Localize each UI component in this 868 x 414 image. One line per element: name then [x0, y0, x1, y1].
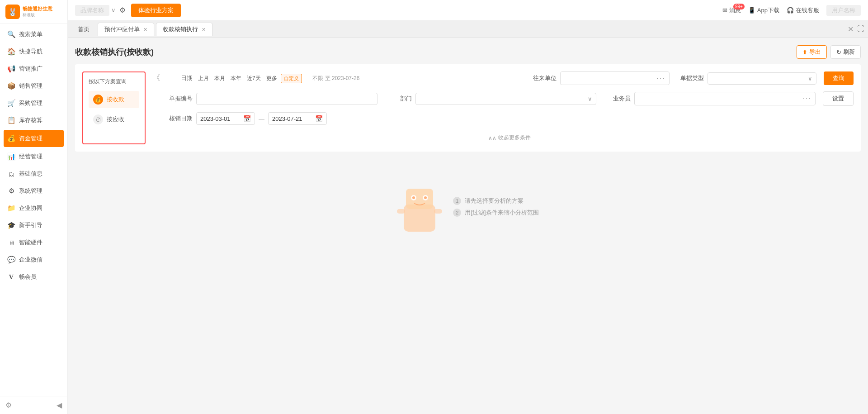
page-actions: ⬆ 导出 ↻ 刷新 [797, 45, 861, 59]
sidebar-item-collab[interactable]: 📁 企业协同 [0, 200, 67, 217]
filter-row-3: 核销日期 2023-03-01 📅 — 2023-07-21 📅 [165, 112, 854, 125]
collapse-more-btn[interactable]: ∧∧ 收起更多条件 [165, 131, 854, 144]
content-area: 收款核销执行(按收款) ⬆ 导出 ↻ 刷新 按以下方案查询 💰 按收款 [68, 38, 868, 414]
sidebar-item-search[interactable]: 🔍 搜索菜单 [0, 26, 67, 43]
tabbar-actions: ✕ ⛶ [848, 25, 864, 33]
verify-date-filter-item: 核销日期 2023-03-01 📅 — 2023-07-21 📅 [165, 112, 854, 125]
collapse-sidebar-icon[interactable]: ◀ [57, 401, 62, 409]
sidebar-item-quicknav[interactable]: 🏠 快捷导航 [0, 43, 67, 60]
sidebar-item-system[interactable]: ⚙ 系统管理 [0, 182, 67, 200]
tab-close-prepay[interactable]: ✕ [143, 27, 147, 33]
date-shortcuts: 上月 本月 本年 近7天 更多 自定义 [196, 74, 302, 83]
marketing-icon: 📢 [7, 65, 15, 73]
topbar-brand: 品牌名称 [75, 5, 109, 16]
shortcut-this-month[interactable]: 本月 [212, 74, 227, 83]
sidebar-nav: 🔍 搜索菜单 🏠 快捷导航 📢 营销推广 📦 销售管理 🛒 采购管理 📋 库存核… [0, 24, 67, 396]
docno-input[interactable] [196, 93, 377, 105]
topbar: 品牌名称 ∨ ⚙ 体验行业方案 ✉ 消息 99+ 📱 App下载 🎧 在线客服 … [68, 0, 868, 21]
tab-home[interactable]: 首页 [71, 23, 96, 36]
app-download-button[interactable]: 📱 App下载 [748, 6, 779, 14]
hardware-icon: 🖥 [7, 239, 15, 247]
message-icon: ✉ [722, 7, 727, 14]
tabbar-close-icon[interactable]: ✕ [848, 25, 854, 33]
counterparty-filter-item: 往来单位 ··· [529, 71, 669, 85]
filter-panel: 按以下方案查询 💰 按收款 ⏱ 按应收 《 日期 [75, 64, 861, 152]
sidebar-item-member[interactable]: V 畅会员 [0, 268, 67, 286]
dept-label: 部门 [385, 95, 412, 103]
topbar-gear-icon[interactable]: ⚙ [119, 6, 126, 14]
main-area: 品牌名称 ∨ ⚙ 体验行业方案 ✉ 消息 99+ 📱 App下载 🎧 在线客服 … [68, 0, 868, 414]
sidebar-item-sales[interactable]: 📦 销售管理 [0, 77, 67, 95]
counterparty-select[interactable]: ··· [560, 71, 669, 85]
export-icon: ⬆ [802, 49, 807, 56]
verify-date-label: 核销日期 [165, 114, 193, 123]
doctype-label: 单据类型 [677, 74, 704, 82]
tabbar: 首页 预付冲应付单 ✕ 收款核销执行 ✕ ✕ ⛶ [68, 21, 868, 38]
refresh-icon: ↻ [836, 49, 841, 56]
purchase-icon: 🛒 [7, 99, 15, 107]
operation-icon: 📊 [7, 152, 15, 161]
sidebar-item-basic[interactable]: 🗂 基础信息 [0, 165, 67, 182]
member-icon: V [7, 273, 15, 281]
filter-option-by-collection[interactable]: 💰 按收款 [89, 91, 139, 108]
sidebar-item-marketing[interactable]: 📢 营销推广 [0, 60, 67, 77]
svg-rect-1 [406, 189, 433, 209]
sidebar-item-guide[interactable]: 🎓 新手引导 [0, 217, 67, 234]
sidebar: 🐰 畅捷通好生意 标准版 🔍 搜索菜单 🏠 快捷导航 📢 营销推广 📦 销售管理… [0, 0, 68, 414]
empty-step-2: 2 用[过滤]条件来缩小分析范围 [453, 209, 538, 217]
staff-dots-icon: ··· [803, 95, 811, 103]
dept-select[interactable]: ∨ [415, 93, 597, 105]
sidebar-logo: 🐰 畅捷通好生意 标准版 [0, 0, 67, 24]
collapse-filter-icon[interactable]: 《 [153, 73, 160, 83]
export-button[interactable]: ⬆ 导出 [797, 45, 827, 59]
finance-icon: 💰 [7, 134, 15, 143]
docno-filter-item: 单据编号 [165, 93, 377, 105]
sidebar-item-hardware[interactable]: 🖥 智能硬件 [0, 234, 67, 251]
guide-icon: 🎓 [7, 221, 15, 229]
tabbar-expand-icon[interactable]: ⛶ [857, 25, 864, 33]
filter-option-by-receivable[interactable]: ⏱ 按应收 [89, 111, 139, 128]
staff-label: 业务员 [604, 95, 631, 103]
settings-icon[interactable]: ⚙ [5, 401, 12, 409]
tab-close-collection[interactable]: ✕ [202, 27, 206, 33]
date-filter-item: 日期 上月 本月 本年 近7天 更多 自定义 [165, 74, 305, 83]
shortcut-custom[interactable]: 自定义 [281, 74, 302, 83]
shortcut-7days[interactable]: 近7天 [245, 74, 263, 83]
staff-select[interactable]: ··· [634, 92, 816, 105]
step-num-1: 1 [453, 197, 461, 205]
system-icon: ⚙ [7, 187, 15, 195]
filter-option-panel: 按以下方案查询 💰 按收款 ⏱ 按应收 [82, 71, 146, 144]
svg-point-4 [412, 196, 415, 199]
query-button[interactable]: 查询 [824, 71, 854, 85]
chevron-down-icon[interactable]: ∨ [111, 7, 116, 14]
message-button[interactable]: ✉ 消息 99+ [722, 6, 741, 14]
page-title: 收款核销执行(按收款) [75, 47, 154, 57]
tab-collection[interactable]: 收款核销执行 ✕ [156, 23, 212, 36]
logo-icon: 🐰 [5, 5, 20, 19]
search-nav-icon: 🔍 [7, 30, 15, 38]
user-avatar: 用户名称 [826, 5, 861, 16]
shortcut-more[interactable]: 更多 [264, 74, 279, 83]
tab-prepay[interactable]: 预付冲应付单 ✕ [98, 23, 154, 36]
sidebar-item-finance[interactable]: 💰 资金管理 [4, 130, 64, 147]
empty-state: 1 请先选择要分析的方案 2 用[过滤]条件来缩小分析范围 [75, 157, 861, 257]
verify-date-end-input[interactable]: 2023-07-21 📅 [268, 112, 327, 125]
settings-button[interactable]: 设置 [823, 91, 854, 106]
shortcut-this-year[interactable]: 本年 [229, 74, 243, 83]
empty-text: 1 请先选择要分析的方案 2 用[过滤]条件来缩小分析范围 [453, 197, 538, 217]
wechat-icon: 💬 [7, 256, 15, 264]
sidebar-item-operation[interactable]: 📊 经营管理 [0, 148, 67, 165]
sidebar-item-inventory[interactable]: 📋 库存核算 [0, 112, 67, 129]
calendar-end-icon: 📅 [315, 115, 323, 122]
shortcut-last-month[interactable]: 上月 [196, 74, 211, 83]
online-service-button[interactable]: 🎧 在线客服 [787, 6, 819, 14]
empty-robot-svg [397, 184, 442, 234]
basic-icon: 🗂 [7, 170, 15, 178]
sidebar-item-wechat[interactable]: 💬 企业微信 [0, 251, 67, 268]
solution-button[interactable]: 体验行业方案 [131, 4, 181, 17]
verify-date-start-input[interactable]: 2023-03-01 📅 [196, 112, 255, 125]
sidebar-item-purchase[interactable]: 🛒 采购管理 [0, 95, 67, 112]
refresh-button[interactable]: ↻ 刷新 [830, 45, 861, 59]
doctype-select[interactable]: ∨ [708, 72, 816, 85]
collection-option-icon: 💰 [93, 95, 103, 105]
